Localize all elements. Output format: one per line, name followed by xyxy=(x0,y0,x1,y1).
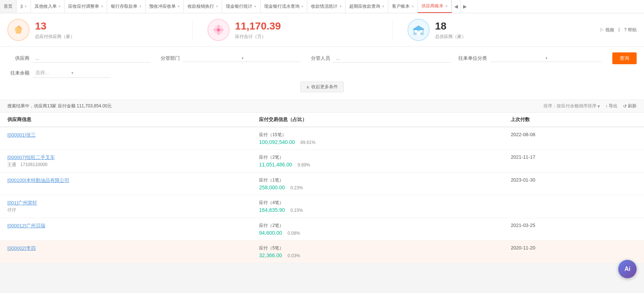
last-pay-date: 2022-08-08 xyxy=(511,132,535,137)
stat-payable-suppliers-info: 13 总应付供应商（家） xyxy=(35,20,75,40)
col-header-lastpay: 上次付数 xyxy=(511,116,637,123)
tx-amount[interactable]: 164,635.90 xyxy=(259,207,285,213)
help-link[interactable]: ? 帮助 xyxy=(624,27,637,33)
person-filter: 分管人员 xyxy=(308,54,451,63)
tx-info-cell: 应付（15笔） 100,092,540.00 89.61% xyxy=(259,132,511,145)
tx-amount-row: 11,051,486.00 9.89% xyxy=(259,162,511,168)
table-row: [000007]恒旺二手叉车 王通 17106110000 应付（2笔） 11,… xyxy=(0,150,644,173)
tab-ar-ap-adjust[interactable]: 应收应付调整单 × xyxy=(64,0,107,13)
close-icon[interactable]: × xyxy=(216,4,218,8)
tx-label: 应付（15笔） xyxy=(259,132,511,138)
refresh-icon: ↺ xyxy=(623,104,627,109)
supplier-link[interactable]: [001]广州荣轩 xyxy=(7,200,259,206)
search-button[interactable]: 查询 xyxy=(612,52,637,64)
supplier-info-cell: [000001]张三 xyxy=(7,132,259,138)
export-button[interactable]: ↑ 导出 xyxy=(605,103,617,109)
last-pay-cell: 2021-03-25 xyxy=(511,223,637,228)
close-icon[interactable]: × xyxy=(25,4,27,8)
dept-label: 分管部门 xyxy=(158,55,180,62)
refresh-button[interactable]: ↺ 刷新 xyxy=(623,103,637,109)
close-icon[interactable]: × xyxy=(139,4,141,8)
tx-amount-row: 164,635.90 0.15% xyxy=(259,207,511,213)
tab-cash-bank-stats[interactable]: 现金银行统计 × xyxy=(222,0,260,13)
svg-point-3 xyxy=(217,28,220,32)
tx-amount-row: 94,600.00 0.08% xyxy=(259,230,511,236)
tab-prepay-offset[interactable]: 预收冲应收单 × xyxy=(146,0,184,13)
tx-info-cell: 应付（1笔） 258,000.00 0.23% xyxy=(259,177,511,190)
last-pay-cell: 2020-11-20 xyxy=(511,245,637,251)
diamond-icon xyxy=(7,19,29,41)
stat-total-suppliers: 18 总供应商（家） xyxy=(393,19,592,41)
store-icon xyxy=(407,19,430,41)
close-icon[interactable]: × xyxy=(339,4,342,8)
close-icon[interactable]: × xyxy=(301,4,304,8)
table-header: 供应商信息 应付交易信息（占比） 上次付数 xyxy=(0,113,644,127)
tx-info-cell: 应付（2笔） 94,600.00 0.08% xyxy=(259,223,511,236)
tab-receipt-stats[interactable]: 收款情况统计 × xyxy=(307,0,346,13)
sort-label: 排序：按应付余额倒序排序 ▾ xyxy=(543,103,600,109)
tab-cash-bank-flow[interactable]: 现金银行流水查询 × xyxy=(260,0,308,13)
tab-overdue-query[interactable]: 超期应收款查询 × xyxy=(346,0,388,13)
top-navigation: 首页 3 × 其他收入单 × 应收应付调整单 × 银行存取款单 × 预收冲应收单… xyxy=(0,0,644,13)
tab-3[interactable]: 3 × xyxy=(17,0,31,13)
supplier-link[interactable]: [000002]李四 xyxy=(7,245,259,252)
tab-customer-ledger[interactable]: 客户账本 × xyxy=(388,0,418,13)
tx-amount[interactable]: 94,600.00 xyxy=(259,230,282,236)
supplier-info-cell: [001]广州荣轩 仔仔 xyxy=(7,200,259,213)
stat-payable-total: 11,170.39 应付合计（万） xyxy=(193,19,393,41)
last-pay-cell: 2022-08-08 xyxy=(511,132,637,137)
result-summary: 搜索结果中，供应商13家 应付金额 111,703,854.00元 xyxy=(7,103,543,109)
nav-arrow-left[interactable]: ◀ xyxy=(452,0,461,13)
payable-suppliers-label: 总应付供应商（家） xyxy=(35,34,75,40)
close-icon[interactable]: × xyxy=(412,4,414,8)
dept-dropdown[interactable]: ▾ xyxy=(183,55,301,62)
supplier-link[interactable]: [000012]广州贝瑞 xyxy=(7,223,259,229)
tx-amount[interactable]: 258,000.00 xyxy=(259,185,285,190)
tx-info-cell: 应付（4笔） 164,635.90 0.15% xyxy=(259,200,511,213)
stats-header: 13 总应付供应商（家） 11,170.39 应付合计（万） xyxy=(0,13,644,47)
close-icon[interactable]: × xyxy=(254,4,256,8)
person-input[interactable] xyxy=(333,54,451,63)
last-pay-cell: 2021-11-17 xyxy=(511,154,637,160)
last-pay-cell: 2023-01-30 xyxy=(511,177,637,183)
supplier-info-cell: [000007]恒旺二手叉车 王通 17106110000 xyxy=(7,154,259,168)
tab-home[interactable]: 首页 xyxy=(0,0,17,13)
result-bar: 搜索结果中，供应商13家 应付金额 111,703,854.00元 排序：按应付… xyxy=(0,100,644,113)
tab-receipt-exec[interactable]: 收款核销执行 × xyxy=(184,0,222,13)
close-icon[interactable]: × xyxy=(59,4,61,8)
close-icon[interactable]: × xyxy=(445,4,448,8)
close-icon[interactable]: × xyxy=(178,4,180,8)
nav-arrow-right[interactable]: ▶ xyxy=(461,0,469,13)
supplier-input[interactable] xyxy=(32,54,150,63)
close-icon[interactable]: × xyxy=(101,4,103,8)
tx-label: 应付（2笔） xyxy=(259,154,511,161)
supplier-info-cell: [000100]本特勤油品有限公司 xyxy=(7,177,259,184)
stat-payable-total-info: 11,170.39 应付合计（万） xyxy=(235,20,281,40)
table-row: [000001]张三 应付（15笔） 100,092,540.00 89.61%… xyxy=(0,127,644,150)
tab-supplier-ledger[interactable]: 供应商账本 × xyxy=(418,0,452,13)
supplier-link[interactable]: [000100]本特勤油品有限公司 xyxy=(7,177,259,184)
collapse-button[interactable]: ∧ 收起更多条件 xyxy=(300,82,344,92)
export-icon: ↑ xyxy=(605,104,608,109)
supplier-label: 供应商 xyxy=(7,55,29,62)
video-link[interactable]: ▷ 视频 xyxy=(600,27,614,33)
col-header-tx: 应付交易信息（占比） xyxy=(259,116,511,123)
tx-label: 应付（5笔） xyxy=(259,245,511,251)
tx-percent: 0.23% xyxy=(290,185,303,190)
supplier-link[interactable]: [000001]张三 xyxy=(7,132,259,138)
tx-amount[interactable]: 11,051,486.00 xyxy=(259,162,292,168)
svg-rect-16 xyxy=(420,30,423,32)
video-icon: ▷ xyxy=(600,27,604,32)
close-icon[interactable]: × xyxy=(382,4,384,8)
tx-label: 应付（2笔） xyxy=(259,223,511,229)
last-pay-date: 2021-03-25 xyxy=(511,223,535,228)
tab-bank-deposit[interactable]: 银行存取款单 × xyxy=(107,0,146,13)
unit-class-dropdown[interactable]: ▾ xyxy=(490,55,601,62)
tab-other-income[interactable]: 其他收入单 × xyxy=(31,0,65,13)
tx-amount-row: 32,366.00 0.03% xyxy=(259,252,511,258)
supplier-link[interactable]: [000007]恒旺二手叉车 xyxy=(7,154,259,161)
stat-total-suppliers-info: 18 总供应商（家） xyxy=(435,20,466,40)
balance-dropdown[interactable]: 选择... ▾ xyxy=(32,68,111,78)
tx-amount[interactable]: 100,092,540.00 xyxy=(259,139,295,145)
tx-amount[interactable]: 32,366.00 xyxy=(259,252,282,258)
